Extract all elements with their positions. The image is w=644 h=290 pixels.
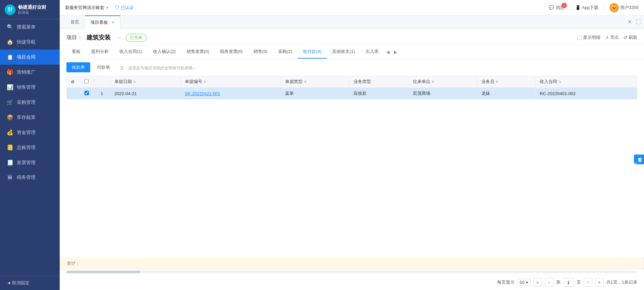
show-detail-action[interactable]: 显示明细 xyxy=(577,34,600,41)
show-detail-checkbox[interactable] xyxy=(577,35,582,40)
next-page-icon: › xyxy=(587,280,589,285)
cell-check[interactable] xyxy=(80,88,94,99)
last-page-icon: » xyxy=(598,280,600,285)
app-edition: 标准版 xyxy=(18,10,46,15)
refresh-action[interactable]: ↺ 刷新 xyxy=(624,34,637,41)
sidebar-item-quick-nav[interactable]: 🏠 快捷导航 xyxy=(0,34,60,50)
nav-tab-income-confirm-label: 收入确认(2) xyxy=(153,49,176,54)
sidebar-item-purchase-mgmt[interactable]: 🛒 采购管理 xyxy=(0,95,60,110)
sidebar-label-sales-mgmt: 销售管理 xyxy=(17,84,36,90)
nav-tab-income-confirm[interactable]: 收入确认(2) xyxy=(148,45,181,59)
next-page-button[interactable]: › xyxy=(584,278,592,287)
table-footer: 合计： xyxy=(60,258,644,269)
sub-tab-receipts[interactable]: 收款单 xyxy=(66,62,90,72)
scroll-thumb[interactable] xyxy=(66,271,140,273)
th-type[interactable]: 单据类型 ⇅ xyxy=(281,76,350,88)
cell-income-contract: RC-20220401-002 xyxy=(536,88,637,99)
sidebar-item-invoice-mgmt[interactable]: 🧾 发票管理 xyxy=(0,155,60,170)
sidebar-item-tax-mgmt[interactable]: 🏛 税务管理 xyxy=(0,170,60,185)
sidebar-item-search[interactable]: 🔍 搜索菜单 xyxy=(0,19,60,34)
messages-button[interactable]: 💬 消息 1 xyxy=(549,5,564,11)
shield-icon: 🛡 xyxy=(115,5,119,10)
sub-tab-payments[interactable]: 付款单 xyxy=(92,62,115,72)
sub-tabs: 收款单 付款单 注：这里是与项目关联的全部收付款单哦～ xyxy=(60,59,644,72)
nav-tab-sales-invoice-label: 销售发票(0) xyxy=(186,49,209,54)
tab-home[interactable]: 首页 xyxy=(65,15,85,29)
nav-tab-receipts-label: 收付款(4) xyxy=(303,49,321,54)
th-biz-type: 业务类型 xyxy=(350,76,409,88)
cell-code[interactable]: SK-20220421-001 xyxy=(180,88,281,99)
cell-partner: 宏茂商场 xyxy=(409,88,477,99)
row-code-link[interactable]: SK-20220421-001 xyxy=(185,91,220,96)
project-more-button[interactable]: ··· xyxy=(117,34,122,41)
nav-tab-tax-invoice[interactable]: 税务发票(0) xyxy=(215,45,248,59)
float-record-button[interactable]: 📝 记 录 xyxy=(634,155,644,164)
row-type: 蓝单 xyxy=(285,91,294,96)
nav-tab-other-income[interactable]: 其他收支(1) xyxy=(327,45,360,59)
first-page-button[interactable]: « xyxy=(533,278,542,287)
th-date[interactable]: 单据日期 ⇅ xyxy=(110,76,181,88)
last-page-button[interactable]: » xyxy=(595,278,604,287)
sidebar-item-inventory[interactable]: 📦 库存核算 xyxy=(0,110,60,125)
th-code[interactable]: 单据编号 ⇅ xyxy=(180,76,281,88)
sidebar-label-tax-mgmt: 税务管理 xyxy=(17,174,36,180)
export-action[interactable]: ↗ 导出 xyxy=(605,34,619,41)
cell-gear xyxy=(67,88,80,99)
unpin-button[interactable]: ◄ 取消固定 xyxy=(0,276,60,290)
row-salesman: 龙妹 xyxy=(481,91,490,96)
th-num xyxy=(94,76,110,88)
th-checkbox[interactable] xyxy=(80,76,94,88)
th-settings[interactable]: ⚙ xyxy=(67,76,80,88)
tax-icon: 🏛 xyxy=(7,174,13,180)
project-prefix: 项目： xyxy=(66,34,83,41)
th-salesman-label: 业务员 xyxy=(481,79,494,85)
nav-tab-profit[interactable]: 盈利分析 xyxy=(86,45,114,59)
row-partner: 宏茂商场 xyxy=(413,91,430,96)
window-close-button[interactable]: ✕ xyxy=(628,19,632,25)
th-biz-type-label: 业务类型 xyxy=(354,79,371,84)
sidebar-item-sales-mgmt[interactable]: 📊 销售管理 xyxy=(0,80,60,95)
th-income-contract[interactable]: 收入合同 ⇅ xyxy=(536,76,637,88)
nav-tab-sales-invoice[interactable]: 销售发票(0) xyxy=(181,45,215,59)
nav-tab-sales[interactable]: 销售(0) xyxy=(248,45,273,59)
certified-badge: 🛡 已认证 xyxy=(115,5,134,11)
horizontal-scrollbar[interactable] xyxy=(60,269,644,275)
nav-prev-arrow[interactable]: ◀ xyxy=(384,49,392,55)
sidebar-item-project-contract[interactable]: 📋 项目合同 xyxy=(0,50,60,65)
th-code-label: 单据编号 xyxy=(185,79,202,85)
th-salesman[interactable]: 业务员 ⇅ xyxy=(477,76,536,88)
nav-next-arrow[interactable]: ▶ xyxy=(392,49,399,55)
th-partner[interactable]: 往来单位 ⇅ xyxy=(409,76,477,88)
nav-tab-income-contract[interactable]: 收入合同(1) xyxy=(114,45,148,59)
prev-page-button[interactable]: ‹ xyxy=(545,278,553,287)
user-menu-button[interactable]: 🐱 用户3355 xyxy=(609,3,639,12)
cell-date: 2022-04-21 xyxy=(110,88,181,99)
nav-tab-purchase[interactable]: 采购(2) xyxy=(273,45,298,59)
divider-2 xyxy=(604,4,604,11)
project-header: 项目： 建筑安装 ··· 已生效 显示明细 ↗ 导出 ↺ 刷新 xyxy=(60,29,644,45)
tab-project-board[interactable]: 项目看板 ✕ xyxy=(85,15,120,29)
sidebar-item-capital-mgmt[interactable]: 💰 资金管理 xyxy=(0,125,60,140)
table-row[interactable]: 1 2022-04-21 SK-20220421-001 蓝单 应收款 xyxy=(67,88,637,99)
app-download-button[interactable]: 📱 App下载 xyxy=(575,5,598,11)
row-biz-type: 应收款 xyxy=(354,91,367,96)
nav-tab-receipts[interactable]: 收付款(4) xyxy=(298,45,327,59)
tab-close-icon[interactable]: ✕ xyxy=(111,20,115,25)
topbar-project: 新服务官网演示账套 ▾ xyxy=(65,5,108,11)
nav-tab-in-out[interactable]: 出入库 xyxy=(360,45,384,59)
nav-tab-board[interactable]: 看板 xyxy=(66,45,86,59)
sidebar-item-marketing[interactable]: 🎁 营销推广 xyxy=(0,65,60,80)
page-input[interactable] xyxy=(563,278,574,287)
sidebar-item-ledger-mgmt[interactable]: 📒 总账管理 xyxy=(0,140,60,155)
home-icon: 🏠 xyxy=(7,39,13,45)
total-label: 合计： xyxy=(67,260,80,266)
window-maximize-button[interactable]: ⛶ xyxy=(636,19,641,25)
app-logo-icon: 财 xyxy=(5,4,15,15)
nav-tabs: 看板 盈利分析 收入合同(1) 收入确认(2) 销售发票(0) 税务发票(0) … xyxy=(60,45,644,59)
chevron-down-icon[interactable]: ▾ xyxy=(106,5,108,10)
page-suffix: 页 xyxy=(577,279,581,285)
scroll-track[interactable] xyxy=(66,271,637,273)
per-page-select[interactable]: 50 ▾ xyxy=(517,279,530,286)
select-all-checkbox[interactable] xyxy=(84,79,89,83)
row-checkbox[interactable] xyxy=(85,91,89,95)
